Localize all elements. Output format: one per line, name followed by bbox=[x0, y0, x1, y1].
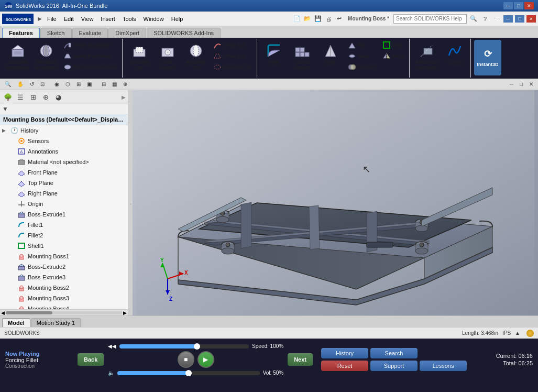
revolved-boss-button[interactable]: RevolvedBoss/Base bbox=[32, 40, 60, 75]
hscroll-left[interactable]: ◀ bbox=[1, 310, 5, 315]
tree-item-mounting-boss4[interactable]: Mounting Boss4 bbox=[0, 303, 128, 309]
lofted-boss-button[interactable]: Lofted Boss/Base bbox=[61, 51, 120, 61]
tree-item-top-plane[interactable]: Top Plane bbox=[0, 178, 128, 188]
media-stop-button[interactable]: ■ bbox=[178, 351, 194, 368]
tree-item-fillet2[interactable]: Fillet2 bbox=[0, 230, 128, 241]
tree-item-history[interactable]: ▶ 🕐 History bbox=[0, 125, 128, 136]
save-icon[interactable]: 💾 bbox=[313, 14, 323, 24]
linear-pattern-button[interactable]: LinearPattern bbox=[289, 40, 316, 75]
media-search-button[interactable]: Search bbox=[370, 348, 418, 358]
viewport[interactable]: Y X Z ↖ bbox=[133, 90, 538, 315]
view-options-icon[interactable]: ⊕ bbox=[120, 80, 130, 88]
extruded-boss-button[interactable]: ExtrudedBoss/Base bbox=[4, 40, 31, 75]
maximize-button[interactable]: □ bbox=[514, 2, 523, 9]
menu-item-view[interactable]: View bbox=[78, 15, 97, 23]
sidebar-list-icon[interactable]: ☰ bbox=[15, 91, 26, 103]
menu-expand-arrow[interactable]: ▶ bbox=[38, 16, 42, 21]
view-toolbar-min[interactable]: ─ bbox=[507, 80, 516, 88]
boundary-boss-button[interactable]: Boundary Boss/Base bbox=[61, 62, 120, 72]
media-reset-button[interactable]: Reset bbox=[321, 361, 368, 371]
tree-item-mounting-boss1[interactable]: Mounting Boss1 bbox=[0, 251, 128, 262]
reference-geometry-button[interactable]: ReferenceGeometry bbox=[413, 40, 440, 75]
options-icon[interactable]: ⋯ bbox=[492, 14, 501, 24]
view-wireframe-icon[interactable]: ⬡ bbox=[63, 80, 73, 88]
sidebar-hscroll[interactable]: ◀ ▶ bbox=[0, 309, 128, 315]
open-file-icon[interactable]: 📂 bbox=[303, 14, 312, 24]
history-expand[interactable]: ▶ bbox=[2, 128, 9, 133]
media-history-button[interactable]: History bbox=[321, 348, 368, 358]
tree-item-boss-extrude2[interactable]: Boss-Extrude2 bbox=[0, 262, 128, 272]
tree-item-boss-extrude3[interactable]: Boss-Extrude3 bbox=[0, 272, 128, 282]
draft-button[interactable]: Draft bbox=[317, 40, 344, 75]
view-hidden-icon[interactable]: ⊞ bbox=[74, 80, 83, 88]
shell-button[interactable]: Shell bbox=[380, 40, 408, 50]
media-next-button[interactable]: Next bbox=[288, 353, 313, 366]
tab-features[interactable]: Features bbox=[2, 28, 40, 38]
help-icon[interactable]: ? bbox=[480, 14, 490, 24]
vol-slider[interactable] bbox=[117, 371, 259, 375]
media-back-button[interactable]: Back bbox=[78, 353, 104, 366]
btab-model[interactable]: Model bbox=[2, 318, 30, 327]
wrap-button[interactable]: Wrap bbox=[345, 51, 379, 61]
tree-item-mounting-boss2[interactable]: Mounting Boss2 bbox=[0, 282, 128, 293]
undo-icon[interactable]: ↩ bbox=[334, 14, 344, 24]
tree-item-right-plane[interactable]: Right Plane bbox=[0, 188, 128, 199]
sidebar-target-icon[interactable]: ⊕ bbox=[40, 91, 51, 103]
status-units-arrow[interactable]: ▲ bbox=[515, 330, 520, 336]
extruded-cut-button[interactable]: ExtrudedCut bbox=[126, 40, 153, 75]
ribbon-minimize-button[interactable]: ─ bbox=[503, 15, 513, 23]
search-input[interactable] bbox=[393, 14, 467, 24]
view-zoom-icon[interactable]: 🔍 bbox=[2, 80, 14, 88]
close-button[interactable]: ✕ bbox=[524, 2, 534, 9]
sidebar-grid-icon[interactable]: ⊞ bbox=[27, 91, 39, 103]
status-notification-dot[interactable] bbox=[526, 330, 534, 337]
minimize-button[interactable]: ─ bbox=[503, 2, 513, 9]
tab-addins[interactable]: SOLIDWORKS Add-Ins bbox=[147, 28, 221, 38]
hole-wizard-button[interactable]: HoleWizard bbox=[154, 40, 181, 75]
view-appearance-icon[interactable]: ▦ bbox=[109, 80, 119, 88]
tree-item-front-plane[interactable]: Front Plane bbox=[0, 167, 128, 178]
new-file-icon[interactable]: 📄 bbox=[292, 14, 302, 24]
resize-handle[interactable]: ⋮ bbox=[128, 90, 133, 315]
tree-item-boss-extrude1[interactable]: Boss-Extrude1 bbox=[0, 209, 128, 220]
menu-item-insert[interactable]: Insert bbox=[97, 15, 118, 23]
sidebar-tree-icon[interactable]: 🌳 bbox=[2, 91, 14, 103]
media-lessons-button[interactable]: Lessons bbox=[420, 361, 467, 371]
swept-cut-button[interactable]: Swept Cut bbox=[211, 40, 255, 50]
tree-item-fillet1[interactable]: Fillet1 bbox=[0, 220, 128, 230]
tab-dimxpert[interactable]: DimXpert bbox=[108, 28, 146, 38]
tab-evaluate[interactable]: Evaluate bbox=[72, 28, 108, 38]
view-toolbar-close[interactable]: ✕ bbox=[526, 80, 536, 88]
hscroll-right[interactable]: ▶ bbox=[123, 310, 127, 315]
search-icon[interactable]: 🔍 bbox=[469, 14, 478, 24]
boundary-cut-button[interactable]: Boundary Cut bbox=[211, 62, 255, 72]
fillet-button[interactable]: Fillet bbox=[260, 40, 288, 75]
tab-sketch[interactable]: Sketch bbox=[40, 28, 72, 38]
rib-button[interactable]: Rib bbox=[345, 40, 379, 50]
instant3d-button[interactable]: ⟳ Instant3D bbox=[474, 40, 501, 75]
view-display-mode-icon[interactable]: ◉ bbox=[52, 80, 62, 88]
menu-item-edit[interactable]: Edit bbox=[61, 15, 77, 23]
view-pan-icon[interactable]: ✋ bbox=[15, 80, 26, 88]
revolved-cut-button[interactable]: RevolvedCut bbox=[182, 40, 210, 75]
media-support-button[interactable]: Support bbox=[370, 361, 418, 371]
sidebar-expand-arrow[interactable]: ▶ bbox=[122, 94, 126, 100]
mirror-button[interactable]: Mirror bbox=[380, 51, 408, 61]
sidebar-pie-icon[interactable]: ◕ bbox=[52, 91, 64, 103]
intersect-button[interactable]: Intersect bbox=[345, 62, 379, 72]
view-rotate-icon[interactable]: ↺ bbox=[27, 80, 37, 88]
swept-boss-button[interactable]: Swept Boss/Base bbox=[61, 40, 120, 50]
print-icon[interactable]: 🖨 bbox=[324, 14, 333, 24]
tree-item-annotations[interactable]: A Annotations bbox=[0, 146, 128, 157]
speed-slider[interactable] bbox=[119, 344, 249, 349]
ribbon-maximize-button[interactable]: □ bbox=[515, 15, 524, 23]
media-play-button[interactable]: ▶ bbox=[197, 351, 214, 368]
lofted-cut-button[interactable]: Lofted Cut bbox=[211, 51, 255, 61]
menu-item-help[interactable]: Help bbox=[168, 15, 186, 23]
tree-item-sensors[interactable]: Sensors bbox=[0, 136, 128, 146]
menu-item-tools[interactable]: Tools bbox=[119, 15, 139, 23]
view-section-icon[interactable]: ⊟ bbox=[99, 80, 108, 88]
tree-item-shell1[interactable]: Shell1 bbox=[0, 241, 128, 251]
view-shaded-icon[interactable]: ▣ bbox=[84, 80, 94, 88]
menu-item-window[interactable]: Window bbox=[140, 15, 167, 23]
